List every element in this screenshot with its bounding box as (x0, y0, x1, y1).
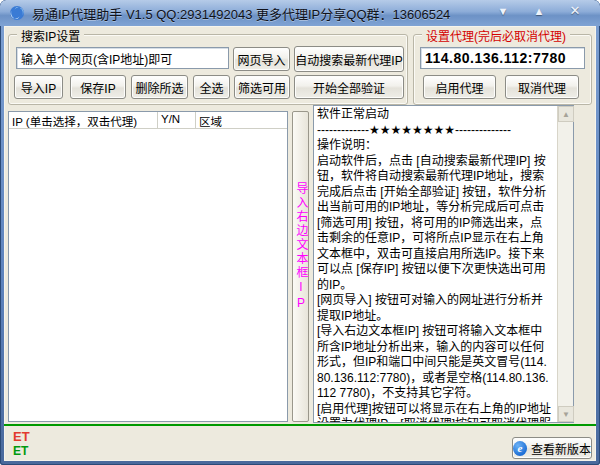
search-group-label: 搜索IP设置 (17, 27, 84, 44)
ip-list-body[interactable] (9, 129, 287, 421)
proxy-group-label: 设置代理(完后必取消代理) (422, 27, 570, 44)
scroll-down-icon[interactable]: ▼ (558, 406, 574, 422)
start-verify-button[interactable]: 开始全部验证 (294, 75, 404, 99)
status-line-2: ET (13, 444, 28, 458)
header-cell-ip[interactable]: IP (单击选择，双击代理) (9, 112, 158, 128)
header-cell-yn[interactable]: Y/N (158, 112, 196, 128)
check-new-version-button[interactable]: e 查看新版本 (512, 437, 592, 459)
status-divider (4, 424, 596, 426)
check-new-version-label: 查看新版本 (531, 440, 591, 457)
import-ip-button[interactable]: 导入IP (14, 75, 63, 99)
close-button[interactable]: ✕ (564, 3, 586, 19)
app-icon (9, 5, 25, 21)
select-all-button[interactable]: 全选 (193, 75, 230, 99)
enable-proxy-button[interactable]: 启用代理 (423, 75, 496, 99)
cancel-proxy-button[interactable]: 取消代理 (505, 75, 579, 99)
maximize-button[interactable]: ▲ (528, 3, 550, 19)
filter-usable-button[interactable]: 筛选可用 (234, 75, 290, 99)
proxy-ip-input[interactable] (420, 47, 585, 69)
title-bar[interactable]: 易通IP代理助手 V1.5 QQ:2931492043 更多代理IP分享QQ群：… (0, 0, 600, 26)
ip-list-header: IP (单击选择，双击代理) Y/N 区域 (9, 112, 287, 129)
ie-icon: e (513, 441, 527, 456)
info-text: 软件正常启动 -------------★★★★★★★★------------… (314, 106, 556, 422)
delete-selected-button[interactable]: 删除所选 (131, 75, 188, 99)
import-textbox-ip-button[interactable]: 导入右边文本框IP (292, 111, 309, 422)
info-scrollbar[interactable]: ▲ ▼ (557, 106, 573, 422)
import-textbox-ip-label: 导入右边文本框IP (292, 182, 309, 312)
status-line-1: ET (13, 429, 30, 444)
scroll-up-icon[interactable]: ▲ (558, 106, 574, 122)
header-cell-region[interactable]: 区域 (196, 112, 287, 128)
client-area: 搜索IP设置 网页导入 自动搜索最新代理IP 导入IP 保存IP 删除所选 全选… (4, 26, 596, 461)
web-import-button[interactable]: 网页导入 (233, 47, 290, 71)
url-input[interactable] (16, 47, 229, 69)
info-panel[interactable]: 软件正常启动 -------------★★★★★★★★------------… (313, 105, 574, 423)
minimize-button[interactable]: ▼ (492, 3, 514, 19)
auto-search-button[interactable]: 自动搜索最新代理IP (294, 46, 404, 72)
ip-list[interactable]: IP (单击选择，双击代理) Y/N 区域 (8, 111, 288, 422)
app-window: 易通IP代理助手 V1.5 QQ:2931492043 更多代理IP分享QQ群：… (0, 0, 600, 465)
save-ip-button[interactable]: 保存IP (70, 75, 126, 99)
window-title: 易通IP代理助手 V1.5 QQ:2931492043 更多代理IP分享QQ群：… (32, 4, 450, 23)
